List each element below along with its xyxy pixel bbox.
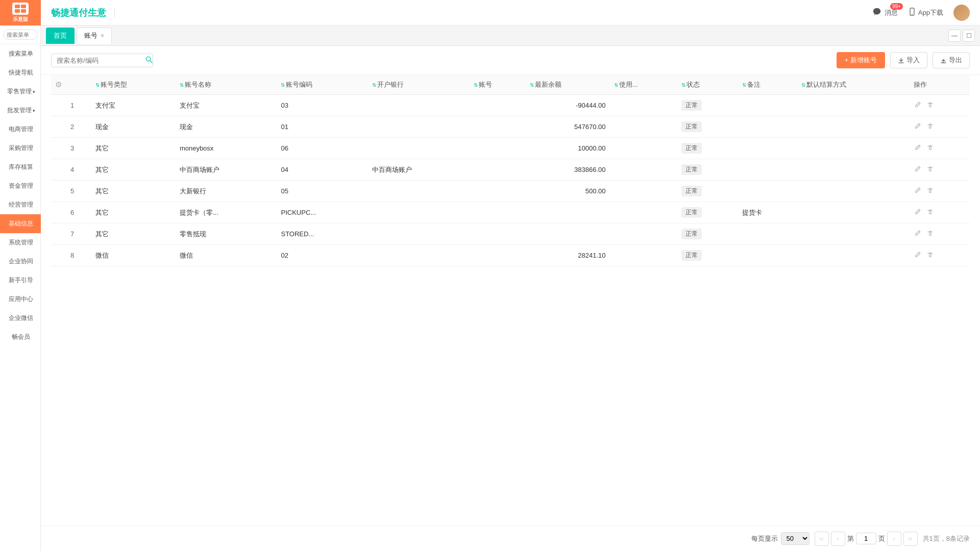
edit-icon-0[interactable] <box>914 101 921 110</box>
sidebar-search-box[interactable] <box>0 26 41 44</box>
per-page-select[interactable]: 102050100 <box>781 532 810 545</box>
row-settlement-6 <box>797 223 910 245</box>
edit-icon-5[interactable] <box>914 208 921 217</box>
sidebar-item-7[interactable]: 资金管理 <box>0 177 41 195</box>
delete-icon-6[interactable] <box>926 230 934 239</box>
search-input[interactable] <box>57 57 142 64</box>
row-settings-1 <box>51 116 66 138</box>
import-button[interactable]: 导入 <box>890 52 927 68</box>
edit-icon-4[interactable] <box>914 187 921 196</box>
row-actions-7 <box>910 245 970 266</box>
sidebar-item-11[interactable]: 企业协同 <box>0 252 41 271</box>
toolbar-right: + 新增账号 导入 导出 <box>837 52 970 68</box>
sidebar-item-9[interactable]: 基础信息 <box>0 214 41 233</box>
topbar-right: 消息 99+ App下载 <box>872 5 970 21</box>
delete-icon-3[interactable] <box>926 165 934 174</box>
sidebar-item-8[interactable]: 经营管理 <box>0 195 41 214</box>
delete-icon-5[interactable] <box>926 208 934 217</box>
delete-icon-7[interactable] <box>926 251 934 260</box>
tab-close-icon[interactable]: × <box>101 32 104 39</box>
tab-minimize-button[interactable]: — <box>948 30 961 42</box>
prev-page-button[interactable]: ‹ <box>831 532 845 546</box>
per-page-label: 每页显示 <box>751 534 778 543</box>
sidebar-search-input[interactable] <box>3 30 38 40</box>
edit-icon-6[interactable] <box>914 230 921 239</box>
row-code-0: 03 <box>277 95 368 116</box>
edit-icon-7[interactable] <box>914 251 921 260</box>
edit-icon-3[interactable] <box>914 165 921 174</box>
page-input[interactable] <box>856 533 876 544</box>
sidebar-item-1[interactable]: 快捷导航 <box>0 63 41 82</box>
message-button[interactable]: 消息 99+ <box>872 7 898 18</box>
row-status-4: 正常 <box>677 181 738 202</box>
code-col-header: ⇅账号编码 <box>277 75 368 95</box>
sidebar-item-13[interactable]: 应用中心 <box>0 290 41 309</box>
table-row: 3 其它 moneybosx 06 10000.00 正常 <box>51 138 970 159</box>
sidebar-item-4[interactable]: 电商管理 <box>0 120 41 139</box>
delete-icon-2[interactable] <box>926 144 934 153</box>
table-row: 2 现金 现金 01 547670.00 正常 <box>51 116 970 138</box>
row-bank-6 <box>368 223 470 245</box>
sidebar-item-3[interactable]: 批发管理▾ <box>0 101 41 120</box>
row-code-5: PICKUPC... <box>277 202 368 223</box>
actions-col-header: 操作 <box>910 75 970 95</box>
divider <box>114 8 115 18</box>
next-page-button[interactable]: › <box>887 532 901 546</box>
main-content: 畅捷通付生意 消息 99+ App下载 首页 账 <box>41 0 980 551</box>
row-type-2: 其它 <box>91 138 176 159</box>
home-tab-label: 首页 <box>54 31 67 40</box>
tab-maximize-button[interactable]: ☐ <box>963 30 975 42</box>
user-avatar[interactable] <box>953 5 970 21</box>
search-box[interactable] <box>51 54 153 67</box>
sidebar-item-10[interactable]: 系统管理 <box>0 233 41 252</box>
row-balance-6 <box>526 223 610 245</box>
sidebar-item-6[interactable]: 库存核算 <box>0 158 41 177</box>
row-balance-1: 547670.00 <box>526 116 610 138</box>
sidebar-item-5[interactable]: 采购管理 <box>0 139 41 158</box>
row-settlement-3 <box>797 159 910 181</box>
last-page-button[interactable]: ›› <box>903 532 918 546</box>
row-remark-1 <box>738 116 797 138</box>
row-settlement-4 <box>797 181 910 202</box>
row-status-6: 正常 <box>677 223 738 245</box>
row-account-1 <box>470 116 526 138</box>
pagination: 每页显示 102050100 ‹‹ ‹ 第 页 › ›› 共1页，8条记录 <box>41 525 980 551</box>
status-col-header: ⇅状态 <box>677 75 738 95</box>
svg-point-6 <box>146 57 150 61</box>
sidebar-nav: 搜索菜单快捷导航零售管理▾批发管理▾电商管理采购管理库存核算资金管理经营管理基础… <box>0 44 41 346</box>
app-download-button[interactable]: App下载 <box>908 8 943 17</box>
message-badge: 99+ <box>890 3 903 10</box>
row-account-0 <box>470 95 526 116</box>
row-name-5: 提货卡（零... <box>176 202 277 223</box>
first-page-button[interactable]: ‹‹ <box>815 532 829 546</box>
remark-col-header: ⇅备注 <box>738 75 797 95</box>
topbar: 畅捷通付生意 消息 99+ App下载 <box>41 0 980 26</box>
sidebar-item-14[interactable]: 企业微信 <box>0 309 41 328</box>
row-usage-0 <box>610 95 678 116</box>
row-type-6: 其它 <box>91 223 176 245</box>
delete-icon-1[interactable] <box>926 122 934 132</box>
sidebar-item-15[interactable]: 畅会员 <box>0 328 41 346</box>
table-settings-icon[interactable]: ⚙ <box>55 80 62 89</box>
sidebar-item-2[interactable]: 零售管理▾ <box>0 82 41 101</box>
sidebar-item-0[interactable]: 搜索菜单 <box>0 44 41 63</box>
row-actions-2 <box>910 138 970 159</box>
export-button[interactable]: 导出 <box>933 52 970 68</box>
edit-icon-1[interactable] <box>914 122 921 132</box>
row-code-1: 01 <box>277 116 368 138</box>
tab-account[interactable]: 账号 × <box>77 28 112 44</box>
row-usage-2 <box>610 138 678 159</box>
row-type-4: 其它 <box>91 181 176 202</box>
sidebar-item-12[interactable]: 新手引导 <box>0 271 41 290</box>
chevron-down-icon: ▾ <box>33 108 35 113</box>
tab-home[interactable]: 首页 <box>46 28 75 44</box>
page-label: 第 <box>847 534 854 543</box>
row-status-3: 正常 <box>677 159 738 181</box>
row-type-5: 其它 <box>91 202 176 223</box>
row-actions-4 <box>910 181 970 202</box>
delete-icon-4[interactable] <box>926 187 934 196</box>
add-account-button[interactable]: + 新增账号 <box>837 52 885 68</box>
delete-icon-0[interactable] <box>926 101 934 110</box>
edit-icon-2[interactable] <box>914 144 921 153</box>
row-status-1: 正常 <box>677 116 738 138</box>
